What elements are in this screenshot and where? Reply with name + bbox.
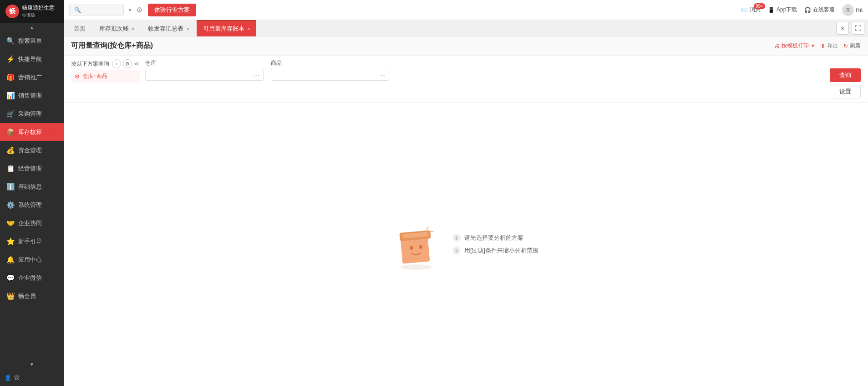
sidebar: 畅 畅康通好生意 标准版 ▲ 🔍 搜索菜单 ⚡ 快捷导航 🎁 营销推广 📊 销售…	[0, 0, 64, 386]
svg-point-4	[410, 246, 413, 250]
chat-icon: 💬	[6, 274, 15, 282]
app-label: App下载	[777, 6, 797, 14]
app-download-button[interactable]: 📱 App下载	[768, 6, 797, 14]
sidebar-item-label: 营销推广	[18, 73, 42, 82]
tab-available-close[interactable]: ×	[247, 26, 250, 31]
sidebar-item-basic[interactable]: ℹ️ 基础信息	[0, 178, 64, 196]
sidebar-item-wechat[interactable]: 💬 企业微信	[0, 269, 64, 287]
funds-icon: 💰	[6, 146, 15, 154]
query-button[interactable]: 查询	[830, 68, 861, 82]
sidebar-bottom[interactable]: 👤 设	[0, 369, 64, 386]
sidebar-item-marketing[interactable]: 🎁 营销推广	[0, 68, 64, 87]
scheme-item-warehouse-product[interactable]: ⊕ 仓库+商品	[71, 70, 140, 82]
refresh-button[interactable]: ↻ 刷新	[843, 42, 861, 50]
sidebar-item-label: 快捷导航	[18, 55, 42, 63]
sidebar-scroll-up[interactable]: ▲	[0, 23, 64, 32]
sidebar-item-label: 采购管理	[18, 110, 42, 118]
page-title: 可用量查询(按仓库+商品)	[71, 41, 153, 51]
sidebar-item-label: 资金管理	[18, 146, 42, 154]
tab-batch-label: 库存批次账	[99, 25, 129, 33]
sidebar-item-label: 畅会员	[18, 292, 36, 300]
sidebar-item-member[interactable]: 👑 畅会员	[0, 287, 64, 305]
filter-settings-button[interactable]: 设置	[830, 85, 861, 98]
print-button[interactable]: 🖨 按模板打印 ▼	[774, 42, 815, 50]
sidebar-scroll-down[interactable]: ▼	[0, 360, 64, 369]
page-header: 可用量查询(按仓库+商品) 🖨 按模板打印 ▼ ⬆ 导出 ↻ 刷新	[64, 36, 868, 56]
product-more-icon[interactable]: ···	[380, 71, 385, 78]
sidebar-item-label: 应用中心	[18, 256, 42, 264]
sidebar-item-sales[interactable]: 📊 销售管理	[0, 87, 64, 105]
sidebar-item-label: 库存核算	[18, 128, 42, 136]
warehouse-more-icon[interactable]: ···	[254, 71, 259, 78]
tab-available-label: 可用量库存账本	[203, 25, 244, 33]
settings-icon[interactable]: ⚙	[136, 5, 142, 14]
cart-icon: 🛒	[6, 110, 15, 118]
tab-summary-close[interactable]: ×	[186, 26, 189, 31]
filter-scheme-icons: + ⚙ ≪	[112, 59, 140, 68]
add-scheme-button[interactable]: +	[112, 59, 121, 68]
message-button[interactable]: ✉️ 消息 99+	[741, 6, 761, 14]
filter-actions: 查询 设置	[830, 59, 861, 98]
headset-icon: 🎧	[804, 7, 811, 13]
tabbar: 首页 库存批次账 × 收发存汇总表 × 可用量库存账本 × × ⛶	[64, 20, 868, 36]
tab-batch[interactable]: 库存批次账 ×	[93, 20, 141, 36]
filter-bar: 按以下方案查询 + ⚙ ≪ ⊕ 仓库+商品 仓库	[64, 56, 868, 103]
tab-summary[interactable]: 收发存汇总表 ×	[142, 20, 195, 36]
chevron-down-icon: ▼	[811, 43, 815, 48]
tab-home[interactable]: 首页	[67, 20, 92, 36]
filter-scheme-header: 按以下方案查询 + ⚙ ≪	[71, 59, 140, 68]
empty-state: ① 请先选择要分析的方案 ② 用[过滤]条件来缩小分析范围	[64, 103, 868, 386]
tab-batch-close[interactable]: ×	[132, 26, 134, 31]
message-icon: ✉️	[741, 7, 748, 13]
sidebar-bottom-label: 设	[14, 374, 20, 381]
scheme-settings-button[interactable]: ⚙	[123, 59, 132, 68]
tab-available[interactable]: 可用量库存账本 ×	[197, 20, 256, 36]
logo-icon: 畅	[5, 5, 19, 18]
chevron-down-icon[interactable]: ▼	[127, 7, 132, 13]
logo-text: 畅康通好生意 标准版	[22, 5, 55, 18]
sidebar-item-shortcut[interactable]: ⚡ 快捷导航	[0, 50, 64, 68]
sidebar-item-inventory[interactable]: 📦 库存核算	[0, 123, 64, 141]
gift-icon: 🎁	[6, 73, 15, 82]
trial-button[interactable]: 体验行业方案	[148, 4, 196, 16]
page-header-actions: 🖨 按模板打印 ▼ ⬆ 导出 ↻ 刷新	[774, 42, 861, 50]
sidebar-logo: 畅 畅康通好生意 标准版	[0, 0, 64, 23]
sidebar-item-label: 系统管理	[18, 201, 42, 209]
service-button[interactable]: 🎧 在线客服	[804, 6, 835, 14]
user-profile[interactable]: R Rit	[842, 4, 863, 16]
tip-num-2: ②	[452, 247, 461, 255]
svg-point-0	[400, 264, 432, 270]
sidebar-item-enterprise[interactable]: 🤝 企业协同	[0, 214, 64, 232]
export-button[interactable]: ⬆ 导出	[821, 42, 838, 50]
handshake-icon: 🤝	[6, 219, 15, 227]
tab-expand-button[interactable]: ⛶	[852, 22, 864, 35]
topbar-search[interactable]: 🔍	[69, 5, 124, 15]
empty-tip-1: ① 请先选择要分析的方案	[452, 234, 538, 242]
sidebar-item-label: 基础信息	[18, 183, 42, 191]
search-icon: 🔍	[74, 7, 81, 13]
sidebar-item-purchase[interactable]: 🛒 采购管理	[0, 105, 64, 123]
tab-summary-label: 收发存汇总表	[148, 25, 183, 33]
user-icon: 👤	[5, 375, 11, 381]
tip-text-1: 请先选择要分析的方案	[464, 234, 523, 242]
sidebar-item-system[interactable]: ⚙️ 系统管理	[0, 196, 64, 214]
main: 🔍 ▼ ⚙ 体验行业方案 ✉️ 消息 99+ 📱 App下载 🎧 在线客服 R …	[64, 0, 868, 386]
sidebar-item-guide[interactable]: ⭐ 新手引导	[0, 232, 64, 251]
filter-scheme-label: 按以下方案查询	[71, 60, 109, 68]
sidebar-item-operation[interactable]: 📋 经营管理	[0, 160, 64, 178]
warehouse-input[interactable]: ···	[145, 69, 264, 81]
export-icon: ⬆	[821, 43, 825, 49]
refresh-icon: ↻	[843, 43, 848, 49]
sidebar-item-apps[interactable]: 🔔 应用中心	[0, 251, 64, 269]
tab-close-all-button[interactable]: ×	[836, 22, 849, 35]
product-input[interactable]: ···	[271, 69, 389, 81]
phone-icon: 📱	[768, 7, 775, 13]
clipboard-icon: 📋	[6, 165, 15, 173]
sidebar-item-search[interactable]: 🔍 搜索菜单	[0, 32, 64, 50]
content: 可用量查询(按仓库+商品) 🖨 按模板打印 ▼ ⬆ 导出 ↻ 刷新	[64, 36, 868, 386]
collapse-icon[interactable]: ≪	[134, 61, 140, 67]
empty-tips: ① 请先选择要分析的方案 ② 用[过滤]条件来缩小分析范围	[452, 234, 538, 255]
sidebar-item-funds[interactable]: 💰 资金管理	[0, 141, 64, 160]
tip-num-1: ①	[452, 234, 461, 242]
chart-icon: 📊	[6, 92, 15, 100]
